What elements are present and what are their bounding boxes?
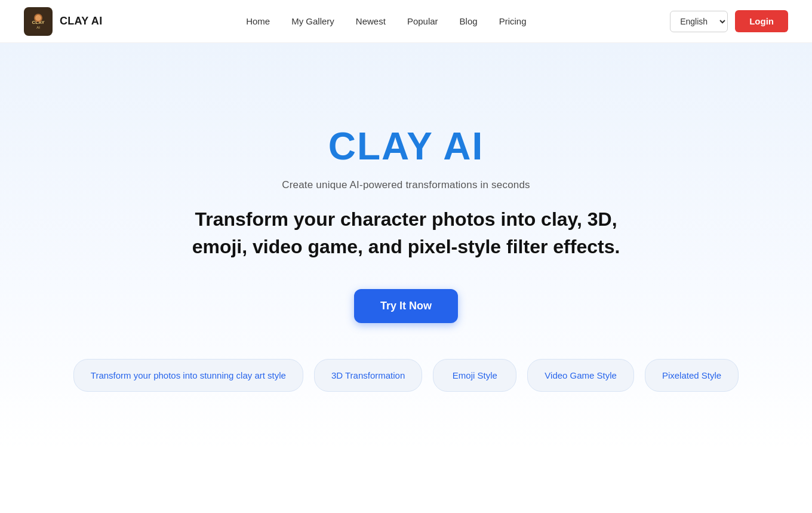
nav-item-pricing[interactable]: Pricing xyxy=(491,11,535,31)
nav-item-newest[interactable]: Newest xyxy=(347,11,394,31)
svg-point-4 xyxy=(35,15,41,21)
style-tag-3d[interactable]: 3D Transformation xyxy=(314,359,422,392)
style-tag-pixelated[interactable]: Pixelated Style xyxy=(645,359,739,392)
hero-section: CLAY AI Create unique AI-powered transfo… xyxy=(0,43,812,449)
hero-title: CLAY AI xyxy=(328,124,484,168)
nav-item-home[interactable]: Home xyxy=(238,11,278,31)
main-nav: Home My Gallery Newest Popular Blog Pric… xyxy=(238,11,534,31)
logo-text: CLAY AI xyxy=(60,15,102,27)
try-it-now-button[interactable]: Try It Now xyxy=(354,289,458,323)
hero-description: Transform your character photos into cla… xyxy=(179,205,633,261)
language-selector[interactable]: English 中文 日本語 한국어 Español xyxy=(670,11,728,32)
style-tag-video-game[interactable]: Video Game Style xyxy=(527,359,634,392)
style-tag-emoji[interactable]: Emoji Style xyxy=(433,359,516,392)
login-button[interactable]: Login xyxy=(735,10,788,32)
header: CLAY AI CLAY AI Home My Gallery Newest P… xyxy=(0,0,812,43)
logo[interactable]: CLAY AI CLAY AI xyxy=(24,7,102,36)
header-right: English 中文 日本語 한국어 Español Login xyxy=(670,10,788,32)
nav-item-blog[interactable]: Blog xyxy=(451,11,486,31)
style-tags-row: Transform your photos into stunning clay… xyxy=(48,359,764,392)
style-tag-clay[interactable]: Transform your photos into stunning clay… xyxy=(73,359,303,392)
svg-text:AI: AI xyxy=(36,25,40,29)
logo-image: CLAY AI xyxy=(24,7,53,36)
nav-item-gallery[interactable]: My Gallery xyxy=(283,11,343,31)
hero-subtitle: Create unique AI-powered transformations… xyxy=(282,179,530,191)
nav-item-popular[interactable]: Popular xyxy=(399,11,447,31)
